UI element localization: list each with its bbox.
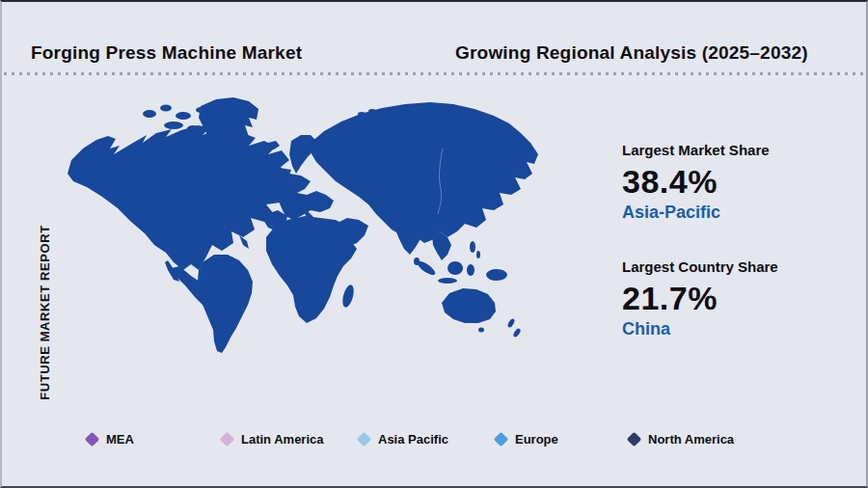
legend-item-mea: MEA [87, 432, 134, 447]
market-share-region: Asia-Pacific [622, 203, 770, 223]
world-map-svg [58, 85, 600, 392]
brand-watermark: FUTURE MARKET REPORT [38, 225, 52, 400]
north-america-diamond-icon [627, 432, 642, 447]
market-share-label: Largest Market Share [622, 142, 770, 158]
latin-america-diamond-icon [220, 432, 235, 447]
dotted-divider [4, 72, 864, 75]
country-share-region: China [622, 319, 778, 339]
asia-pacific-diamond-icon [357, 432, 372, 447]
legend-item-asia-pacific: Asia Pacific [359, 432, 448, 447]
page-title: Forging Press Machine Market [31, 42, 302, 64]
legend-item-europe: Europe [496, 432, 558, 447]
country-share-label: Largest Country Share [622, 258, 778, 275]
legend: MEA Latin America Asia Pacific Europe No… [2, 432, 866, 451]
infographic-canvas: Forging Press Machine Market Growing Reg… [0, 0, 868, 488]
legend-item-north-america: North America [629, 432, 734, 447]
market-share-stat: Largest Market Share 38.4% Asia-Pacific [622, 142, 770, 223]
legend-label: Asia Pacific [378, 432, 448, 447]
legend-label: Latin America [241, 432, 324, 447]
country-share-stat: Largest Country Share 21.7% China [622, 258, 778, 339]
legend-label: MEA [106, 432, 134, 447]
country-share-value: 21.7% [622, 281, 778, 316]
page-subtitle: Growing Regional Analysis (2025–2032) [455, 42, 808, 64]
world-map [58, 85, 600, 392]
europe-diamond-icon [494, 432, 509, 447]
legend-label: North America [648, 432, 734, 447]
market-share-value: 38.4% [622, 164, 770, 200]
legend-item-latin-america: Latin America [222, 432, 324, 447]
legend-label: Europe [515, 432, 558, 447]
mea-diamond-icon [85, 432, 100, 447]
